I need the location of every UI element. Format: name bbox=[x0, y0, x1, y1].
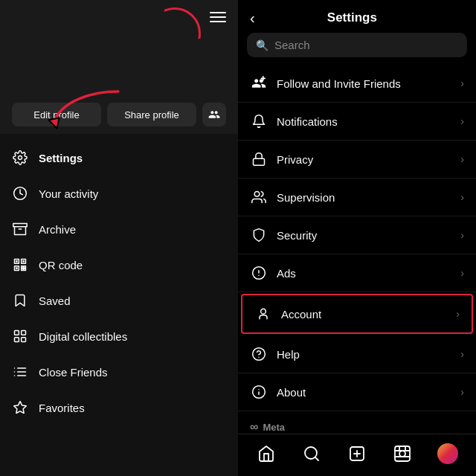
svg-rect-29 bbox=[254, 158, 265, 165]
privacy-label: Privacy bbox=[277, 153, 451, 166]
svg-rect-19 bbox=[22, 338, 26, 342]
list-icon bbox=[12, 364, 28, 380]
svg-rect-45 bbox=[395, 446, 410, 461]
help-chevron: › bbox=[460, 348, 464, 360]
security-label: Security bbox=[277, 229, 451, 242]
activity-icon bbox=[12, 185, 28, 202]
help-label: Help bbox=[277, 348, 451, 361]
sidebar-item-close-friends-label: Close Friends bbox=[39, 366, 108, 379]
nav-reels-button[interactable] bbox=[386, 442, 419, 466]
svg-rect-10 bbox=[16, 267, 18, 269]
shield-icon bbox=[250, 226, 268, 244]
settings-item-about[interactable]: About › bbox=[238, 373, 476, 411]
supervision-label: Supervision bbox=[277, 191, 451, 204]
settings-item-supervision[interactable]: Supervision › bbox=[238, 178, 476, 216]
bookmark-icon bbox=[12, 292, 28, 309]
svg-marker-26 bbox=[14, 402, 27, 414]
svg-point-46 bbox=[399, 451, 405, 457]
discover-people-button[interactable] bbox=[202, 103, 226, 126]
sidebar-item-digital-collectibles-label: Digital collectibles bbox=[39, 330, 127, 343]
lock-icon bbox=[250, 150, 268, 168]
sidebar-item-your-activity-label: Your activity bbox=[39, 187, 98, 200]
ads-chevron: › bbox=[460, 267, 464, 279]
hamburger-button[interactable] bbox=[210, 12, 226, 22]
avatar bbox=[437, 443, 458, 464]
settings-item-security[interactable]: Security › bbox=[238, 216, 476, 254]
svg-rect-17 bbox=[22, 331, 26, 335]
settings-item-account[interactable]: Account › bbox=[241, 294, 473, 334]
privacy-chevron: › bbox=[460, 153, 464, 165]
star-icon bbox=[12, 399, 28, 416]
account-icon bbox=[254, 305, 272, 323]
about-label: About bbox=[277, 386, 451, 399]
search-placeholder: Search bbox=[274, 39, 310, 51]
notifications-label: Notifications bbox=[277, 115, 451, 128]
help-icon bbox=[250, 345, 268, 363]
settings-item-notifications[interactable]: Notifications › bbox=[238, 103, 476, 141]
archive-icon bbox=[12, 221, 28, 237]
sidebar-item-settings[interactable]: Settings bbox=[0, 140, 238, 176]
settings-item-privacy[interactable]: Privacy › bbox=[238, 141, 476, 178]
nav-search-button[interactable] bbox=[295, 442, 328, 466]
search-icon: 🔍 bbox=[256, 39, 268, 51]
meta-label: ∞ Meta bbox=[250, 420, 464, 434]
sidebar-item-digital-collectibles[interactable]: Digital collectibles bbox=[0, 318, 238, 354]
svg-marker-0 bbox=[49, 118, 60, 128]
settings-item-ads[interactable]: Ads › bbox=[238, 254, 476, 292]
nav-add-button[interactable] bbox=[341, 442, 373, 466]
svg-point-34 bbox=[261, 309, 266, 314]
left-menu-list: Settings Your activity Archive bbox=[0, 134, 238, 431]
profile-header: Edit profile Share profile bbox=[0, 0, 238, 134]
sidebar-item-favorites-label: Favorites bbox=[39, 402, 85, 414]
account-label: Account bbox=[281, 308, 447, 321]
red-arrow-decoration bbox=[45, 82, 126, 134]
account-chevron: › bbox=[456, 308, 460, 320]
svg-point-30 bbox=[254, 192, 260, 197]
info-icon bbox=[250, 383, 268, 401]
settings-item-help[interactable]: Help › bbox=[238, 335, 476, 373]
nav-profile-button[interactable] bbox=[431, 442, 464, 466]
bottom-nav bbox=[238, 434, 476, 476]
sidebar-item-close-friends[interactable]: Close Friends bbox=[0, 354, 238, 390]
sidebar-item-qr-label: QR code bbox=[39, 259, 83, 271]
follow-invite-chevron: › bbox=[460, 77, 464, 89]
search-bar[interactable]: 🔍 Search bbox=[247, 33, 467, 57]
settings-item-follow-invite[interactable]: Follow and Invite Friends › bbox=[238, 65, 476, 103]
svg-rect-15 bbox=[24, 266, 26, 268]
supervision-chevron: › bbox=[460, 191, 464, 203]
gear-icon bbox=[12, 149, 28, 166]
svg-rect-16 bbox=[15, 331, 19, 335]
nav-home-button[interactable] bbox=[250, 442, 283, 466]
svg-rect-8 bbox=[16, 260, 18, 263]
sidebar-item-settings-label: Settings bbox=[39, 152, 83, 164]
security-chevron: › bbox=[460, 229, 464, 241]
follow-icon bbox=[250, 74, 268, 92]
grid-icon bbox=[12, 328, 28, 344]
svg-rect-12 bbox=[22, 266, 24, 268]
supervision-icon bbox=[250, 188, 268, 206]
sidebar-item-your-activity[interactable]: Your activity bbox=[0, 176, 238, 211]
settings-header: ‹ Settings bbox=[238, 0, 476, 33]
back-button[interactable]: ‹ bbox=[250, 10, 255, 25]
svg-line-41 bbox=[315, 457, 318, 460]
sidebar-item-archive-label: Archive bbox=[39, 223, 76, 236]
sidebar-item-archive[interactable]: Archive bbox=[0, 211, 238, 247]
svg-rect-14 bbox=[22, 268, 24, 271]
settings-list: Follow and Invite Friends › Notification… bbox=[238, 65, 476, 434]
meta-section: ∞ Meta Accounts Center Control settings … bbox=[238, 411, 476, 434]
sidebar-item-saved-label: Saved bbox=[39, 295, 71, 307]
left-panel: Edit profile Share profile Settings bbox=[0, 0, 238, 476]
about-chevron: › bbox=[460, 386, 464, 398]
red-circle-decoration bbox=[149, 7, 201, 60]
sidebar-item-qr-code[interactable]: QR code bbox=[0, 247, 238, 283]
ads-label: Ads bbox=[277, 267, 451, 280]
svg-rect-9 bbox=[22, 260, 25, 263]
ads-icon bbox=[250, 264, 268, 282]
bell-icon bbox=[250, 112, 268, 130]
follow-invite-label: Follow and Invite Friends bbox=[277, 77, 451, 90]
qr-icon bbox=[12, 257, 28, 273]
svg-rect-18 bbox=[15, 338, 19, 342]
sidebar-item-favorites[interactable]: Favorites bbox=[0, 390, 238, 425]
svg-rect-13 bbox=[24, 268, 26, 271]
sidebar-item-saved[interactable]: Saved bbox=[0, 283, 238, 318]
